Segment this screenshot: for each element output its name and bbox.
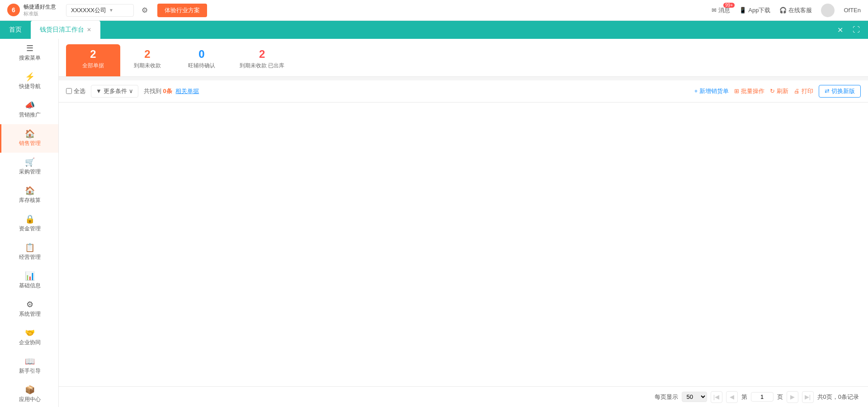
online-service-btn[interactable]: 🎧 在线客服 [779,6,812,14]
lock-icon: 🔒 [25,215,35,223]
sidebar-item-basic-info[interactable]: 📊 基础信息 [0,267,58,295]
per-page-select[interactable]: 50 100 200 [682,392,707,402]
close-tab-icon[interactable]: ✕ [87,27,91,33]
system-icon: ⚙ [26,300,33,309]
toolbar: 全选 ▼ 更多条件 ∨ 共找到 0条 相关单据 + 新增销货单 ⊞ 批量操作 [59,80,868,103]
logo-text: 畅捷通好生意 标准版 [24,4,56,17]
batch-icon: ⊞ [734,88,739,94]
stat-label-overdue-out: 到期未收款 已出库 [240,62,284,70]
warehouse-icon: 🏠 [25,187,35,195]
gear-icon: ⚙ [142,6,148,14]
sidebar-item-inventory[interactable]: 🏠 库存核算 [0,181,58,210]
search-menu-icon: ☰ [26,44,33,52]
batch-btn[interactable]: ⊞ 批量操作 [734,87,764,95]
filter-icon: ▼ [96,88,102,94]
stat-label-all: 全部单据 [82,62,104,70]
add-order-btn[interactable]: + 新增销货单 [694,87,729,95]
next-page-btn[interactable]: ▶ [787,391,798,403]
stat-label-pending: 旺辅待确认 [188,62,215,70]
clipboard-icon: 📋 [25,243,35,252]
headset-icon: 🎧 [779,7,787,14]
found-count: 0条 [163,88,172,94]
tab-bar-actions: ✕ ⛶ [834,23,868,36]
sidebar-item-search-menu[interactable]: ☰ 搜索菜单 [0,39,58,67]
app-download-btn[interactable]: 📱 App下载 [739,6,770,14]
sidebar-item-operations[interactable]: 📋 经营管理 [0,238,58,267]
switch-version-btn[interactable]: ⇄ 切换新版 [819,85,861,98]
phone-icon: 📱 [739,7,746,14]
message-icon: ✉ [712,7,717,14]
sidebar-item-purchase[interactable]: 🛒 采购管理 [0,153,58,181]
top-header: 6 畅捷通好生意 标准版 XXXXXX公司 ▼ ⚙ 体验行业方案 ✉ 消息 99… [0,0,868,21]
sidebar-item-system[interactable]: ⚙ 系统管理 [0,295,58,323]
username: OfTEn [844,7,861,14]
stat-tab-all[interactable]: 2 全部单据 [66,44,120,76]
message-btn[interactable]: ✉ 消息 99+ [712,6,730,14]
tab-home[interactable]: 首页 [0,21,31,39]
tab-workbench[interactable]: 钱货日清工作台 ✕ [31,21,100,39]
total-info: 共0页，0条记录 [817,393,859,401]
stat-label-overdue: 到期未收款 [134,62,161,70]
settings-button[interactable]: ⚙ [137,3,152,18]
sidebar-item-app-center[interactable]: 📦 应用中心 [0,380,58,407]
logo-area: 6 畅捷通好生意 标准版 [7,4,66,17]
sidebar-item-sales[interactable]: 🏠 销售管理 [0,124,58,153]
sidebar-item-enterprise[interactable]: 🤝 企业协同 [0,323,58,352]
chevron-icon: ∨ [129,88,133,94]
handshake-icon: 🤝 [25,329,35,337]
database-icon: 📊 [25,272,35,280]
sidebar: ☰ 搜索菜单 ⚡ 快捷导航 📣 营销推广 🏠 销售管理 🛒 采购管理 🏠 库存核… [0,39,59,407]
main-layout: ☰ 搜索菜单 ⚡ 快捷导航 📣 营销推广 🏠 销售管理 🛒 采购管理 🏠 库存核… [0,39,868,407]
found-text: 共找到 0条 相关单据 [144,87,199,95]
megaphone-icon: 📣 [25,101,35,109]
message-badge: 99+ [723,3,735,8]
stat-tab-overdue[interactable]: 2 到期未收款 [120,44,175,76]
shop-icon: 🏠 [25,130,35,138]
switch-icon: ⇄ [825,88,830,94]
per-page-label: 每页显示 [655,393,678,401]
toolbar-right: + 新增销货单 ⊞ 批量操作 ↻ 刷新 🖨 打印 ⇄ 切换新版 [694,85,861,98]
logo-icon: 6 [7,4,20,16]
page-label: 第 [741,393,747,401]
select-all-checkbox[interactable]: 全选 [66,87,85,95]
cart-icon: 🛒 [25,158,35,166]
company-selector[interactable]: XXXXXX公司 ▼ [66,4,134,17]
first-page-btn[interactable]: |◀ [711,391,722,403]
guide-icon: 📖 [25,357,35,365]
stat-num-overdue-out: 2 [259,48,265,61]
stat-num-pending: 0 [198,48,204,61]
sidebar-item-marketing[interactable]: 📣 营销推广 [0,96,58,124]
pagination-bar: 每页显示 50 100 200 |◀ ◀ 第 页 ▶ ▶| 共0页，0条记录 [59,386,868,407]
stat-num-all: 2 [90,48,96,61]
tab-bar: 首页 钱货日清工作台 ✕ ✕ ⛶ [0,21,868,39]
print-icon: 🖨 [794,88,800,94]
header-right: ✉ 消息 99+ 📱 App下载 🎧 在线客服 OfTEn [712,4,861,17]
stat-tab-pending[interactable]: 0 旺辅待确认 [175,44,229,76]
stat-num-overdue: 2 [144,48,150,61]
stats-tabs: 2 全部单据 2 到期未收款 0 旺辅待确认 2 到期未收款 已出库 [59,39,868,77]
chevron-down-icon: ▼ [109,8,113,13]
box-icon: 📦 [25,386,35,394]
close-window-btn[interactable]: ✕ [834,23,846,36]
filter-btn[interactable]: ▼ 更多条件 ∨ [91,85,138,98]
refresh-icon: ↻ [770,88,775,94]
table-area [59,103,868,386]
trial-btn[interactable]: 体验行业方案 [157,4,207,17]
page-label-end: 页 [777,393,783,401]
content-area: 2 全部单据 2 到期未收款 0 旺辅待确认 2 到期未收款 已出库 全选 [59,39,868,407]
page-input[interactable] [751,392,774,402]
checkbox-input[interactable] [66,88,72,94]
sidebar-item-guide[interactable]: 📖 新手引导 [0,352,58,380]
lightning-icon: ⚡ [25,73,35,81]
stat-tab-overdue-out[interactable]: 2 到期未收款 已出库 [229,44,295,76]
expand-window-btn[interactable]: ⛶ [850,23,863,36]
refresh-btn[interactable]: ↻ 刷新 [770,87,788,95]
avatar[interactable] [821,4,835,17]
prev-page-btn[interactable]: ◀ [726,391,738,403]
print-btn[interactable]: 🖨 打印 [794,87,813,95]
sidebar-item-finance[interactable]: 🔒 资金管理 [0,210,58,238]
last-page-btn[interactable]: ▶| [802,391,814,403]
related-link[interactable]: 相关单据 [175,88,199,94]
sidebar-item-quick-nav[interactable]: ⚡ 快捷导航 [0,67,58,96]
